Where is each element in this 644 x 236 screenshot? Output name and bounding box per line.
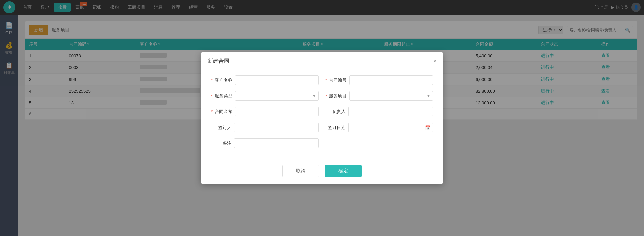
form-group-remarks: 备注 [211,138,319,148]
form-row-2: * 服务类型 ▼ * 服务项目 [211,91,433,101]
new-contract-modal: 新建合同 × * 客户名称 * 合同编号 [201,52,443,184]
cancel-button[interactable]: 取消 [282,165,319,177]
remarks-input[interactable] [234,138,319,148]
modal-overlay[interactable]: 新建合同 × * 客户名称 * 合同编号 [0,0,644,236]
sign-date-input[interactable]: 2023-06-06 [348,123,433,132]
client-name-label: * 客户名称 [211,77,232,83]
client-name-input[interactable] [235,75,319,85]
form-group-amount: * 合同金额 0.00 [211,107,319,116]
responsible-person-input[interactable] [348,107,433,116]
sign-date-label: 签订日期 [325,125,346,131]
modal-body: * 客户名称 * 合同编号 * 服 [201,68,443,161]
service-type-label: * 服务类型 [211,93,232,99]
modal-close-button[interactable]: × [433,59,436,64]
modal-footer: 取消 确定 [201,161,443,184]
service-type-select[interactable] [235,91,319,101]
contract-no-label: * 合同编号 [325,77,347,83]
required-mark: * [211,78,213,83]
confirm-button[interactable]: 确定 [325,165,362,177]
signer-label: 签订人 [211,125,231,131]
required-mark5: * [211,109,213,114]
required-mark4: * [325,93,327,98]
service-item-label: * 服务项目 [325,93,347,99]
required-mark2: * [325,78,327,83]
service-item-select[interactable] [349,91,433,101]
form-row-3: * 合同金额 0.00 负责人 [211,107,433,116]
responsible-label: 负责人 [325,109,346,115]
sign-date-input-wrapper: 2023-06-06 📅 [348,123,433,132]
signer-input[interactable] [234,123,319,132]
contract-amount-input[interactable]: 0.00 [235,107,319,116]
form-row-1: * 客户名称 * 合同编号 [211,75,433,85]
form-row-5: 备注 [211,138,433,148]
form-group-contract-no: * 合同编号 [325,75,433,85]
form-group-signer: 签订人 [211,123,319,132]
amount-label: * 合同金额 [211,109,232,115]
service-item-select-wrapper: ▼ [349,91,433,101]
form-group-service-type: * 服务类型 ▼ [211,91,319,101]
form-group-client-name: * 客户名称 [211,75,319,85]
form-group-service-item: * 服务项目 ▼ [325,91,433,101]
form-group-responsible: 负责人 [325,107,433,116]
form-group-sign-date: 签订日期 2023-06-06 📅 [325,123,433,132]
form-row-4: 签订人 签订日期 2023-06-06 📅 [211,123,433,132]
service-type-select-wrapper: ▼ [235,91,319,101]
modal-header: 新建合同 × [201,52,443,68]
remarks-label: 备注 [211,140,231,146]
required-mark3: * [211,93,213,98]
contract-no-input[interactable] [349,75,433,85]
modal-title: 新建合同 [208,58,229,65]
